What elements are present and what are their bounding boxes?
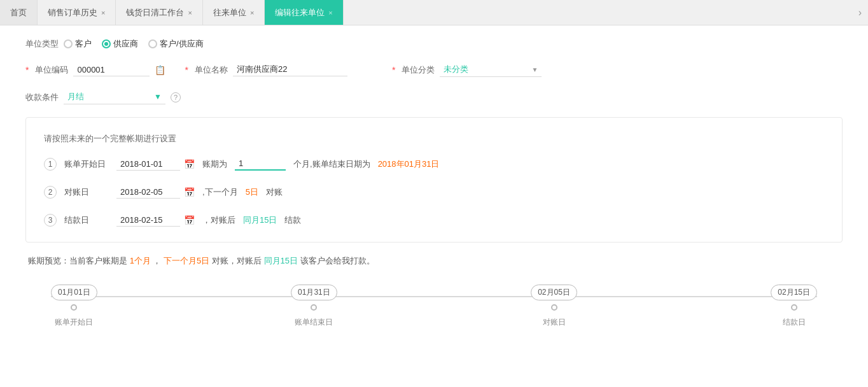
timeline-dot-1 bbox=[311, 304, 317, 311]
period-row-2: 2 对账日 📅 ,下一个月5日 对账 bbox=[44, 186, 824, 199]
unit-code-field: * 单位编码 📋 bbox=[25, 64, 165, 76]
timeline-sublabel-3: 结款日 bbox=[783, 317, 806, 328]
payment-condition-value: 月结 bbox=[67, 91, 151, 102]
unit-category-required: * bbox=[392, 65, 395, 75]
preview-period-months: 1个月 bbox=[130, 256, 151, 265]
radio-supplier-label: 供应商 bbox=[113, 38, 138, 50]
period-label-3: 结款日 bbox=[64, 215, 109, 226]
payment-condition-field: 收款条件 月结 ▼ ? bbox=[25, 90, 181, 104]
unit-name-label: 单位名称 bbox=[195, 64, 228, 76]
help-icon[interactable]: ? bbox=[171, 92, 181, 102]
date-payment-icon[interactable]: 📅 bbox=[184, 215, 195, 225]
tab-sales-order-close[interactable]: × bbox=[101, 9, 105, 17]
period-label-1: 账单开始日 bbox=[64, 158, 109, 170]
date-reconcile-wrap: 📅 bbox=[116, 186, 195, 199]
timeline-point-3: 02月15日 结款日 bbox=[771, 285, 817, 328]
timeline-point-2: 02月05日 对账日 bbox=[531, 285, 577, 328]
period-row-1: 1 账单开始日 📅 账期为 个月,账单结束日期为 2018年01月31日 bbox=[44, 157, 824, 171]
tab-bar: 首页 销售订单历史 × 钱货日清工作台 × 往来单位 × 编辑往来单位 × › bbox=[0, 0, 868, 25]
timeline-sublabel-0: 账单开始日 bbox=[55, 317, 93, 328]
unit-category-field: * 单位分类 未分类 ▼ bbox=[392, 62, 542, 77]
radio-both-circle bbox=[148, 39, 157, 48]
unit-type-field: 单位类型 客户 供应商 客户/供应商 bbox=[25, 38, 204, 50]
unit-info-row: * 单位编码 📋 * 单位名称 * 单位分类 未分类 ▼ bbox=[25, 62, 843, 77]
timeline-badge-2: 02月05日 bbox=[531, 285, 577, 300]
payment-condition-row: 收款条件 月结 ▼ ? bbox=[25, 90, 843, 104]
unit-name-field: * 单位名称 bbox=[185, 64, 347, 76]
tab-partner-label: 往来单位 bbox=[213, 7, 246, 18]
payment-condition-select[interactable]: 月结 ▼ bbox=[64, 90, 165, 104]
timeline-point-0: 01月01日 账单开始日 bbox=[51, 285, 97, 328]
unit-code-required: * bbox=[25, 65, 29, 75]
period-reconcile-suffix: 对账 bbox=[266, 186, 283, 198]
unit-type-label: 单位类型 bbox=[25, 38, 59, 50]
tab-edit-partner-close[interactable]: × bbox=[328, 9, 332, 17]
timeline-badge-0: 01月01日 bbox=[51, 285, 97, 300]
months-input[interactable] bbox=[235, 157, 286, 171]
period-box: 请按照未来的一个完整帐期进行设置 1 账单开始日 📅 账期为 个月,账单结束日期… bbox=[25, 117, 843, 243]
preview-middle2: 对账，对账后 bbox=[212, 256, 262, 265]
tab-partner-close[interactable]: × bbox=[250, 9, 254, 17]
preview-payment-day: 同月15日 bbox=[264, 256, 298, 265]
period-num-1: 1 bbox=[44, 158, 57, 171]
period-reconcile-day: 5日 bbox=[246, 186, 258, 198]
date-payment-input[interactable] bbox=[116, 214, 180, 227]
date-start-input[interactable] bbox=[116, 158, 180, 171]
tab-sales-order-label: 销售订单历史 bbox=[48, 7, 97, 18]
date-reconcile-input[interactable] bbox=[116, 186, 180, 199]
radio-both-label: 客户/供应商 bbox=[160, 38, 204, 50]
radio-customer[interactable]: 客户 bbox=[64, 38, 92, 50]
unit-code-input[interactable] bbox=[73, 64, 150, 76]
tab-cash-work-close[interactable]: × bbox=[188, 9, 192, 17]
tab-sales-order[interactable]: 销售订单历史 × bbox=[38, 0, 116, 25]
tab-partner[interactable]: 往来单位 × bbox=[203, 0, 265, 25]
radio-supplier[interactable]: 供应商 bbox=[102, 38, 138, 50]
period-months-suffix: 个月,账单结束日期为 bbox=[293, 158, 370, 170]
tab-expand-button[interactable]: › bbox=[852, 0, 868, 25]
payment-condition-label: 收款条件 bbox=[25, 92, 59, 103]
preview-prefix: 账期预览：当前客户账期是 bbox=[28, 256, 127, 265]
timeline-wrap: 01月01日 账单开始日 01月31日 账单结束日 02月05日 对账日 02月… bbox=[25, 285, 843, 328]
period-months-prefix: 账期为 bbox=[202, 158, 227, 170]
timeline-dot-3 bbox=[791, 304, 797, 311]
unit-name-required: * bbox=[185, 65, 188, 75]
tab-cash-work-label: 钱货日清工作台 bbox=[126, 7, 184, 18]
tab-cash-work[interactable]: 钱货日清工作台 × bbox=[116, 0, 202, 25]
date-start-icon[interactable]: 📅 bbox=[184, 159, 195, 169]
period-label-2: 对账日 bbox=[64, 186, 109, 198]
preview-middle: ， bbox=[153, 256, 161, 265]
unit-category-value: 未分类 bbox=[444, 64, 529, 75]
unit-category-select[interactable]: 未分类 ▼ bbox=[440, 62, 542, 77]
tab-home[interactable]: 首页 bbox=[0, 0, 38, 25]
date-reconcile-icon[interactable]: 📅 bbox=[184, 187, 195, 197]
date-payment-wrap: 📅 bbox=[116, 214, 195, 227]
timeline-sublabel-1: 账单结束日 bbox=[295, 317, 333, 328]
radio-supplier-circle bbox=[102, 39, 111, 48]
preview-text: 账期预览：当前客户账期是 1个月 ， 下一个月5日 对账，对账后 同月15日 该… bbox=[25, 255, 843, 267]
radio-both[interactable]: 客户/供应商 bbox=[148, 38, 204, 50]
unit-code-icon[interactable]: 📋 bbox=[155, 65, 165, 75]
main-content: 单位类型 客户 供应商 客户/供应商 * 单位编码 bbox=[0, 25, 868, 387]
unit-category-arrow: ▼ bbox=[531, 66, 538, 73]
timeline-dot-0 bbox=[71, 304, 77, 311]
preview-reconcile-day: 下一个月5日 bbox=[164, 256, 209, 265]
period-end-date: 2018年01月31日 bbox=[378, 158, 440, 170]
date-start-wrap: 📅 bbox=[116, 158, 195, 171]
tab-edit-partner[interactable]: 编辑往来单位 × bbox=[265, 0, 343, 25]
timeline-point-1: 01月31日 账单结束日 bbox=[291, 285, 337, 328]
timeline-badge-1: 01月31日 bbox=[291, 285, 337, 300]
period-row-3: 3 结款日 📅 ，对账后 同月15日 结款 bbox=[44, 214, 824, 227]
unit-category-label: 单位分类 bbox=[402, 64, 435, 76]
unit-name-input[interactable] bbox=[233, 64, 347, 76]
radio-group: 客户 供应商 客户/供应商 bbox=[64, 38, 204, 50]
tab-edit-partner-label: 编辑往来单位 bbox=[275, 7, 325, 18]
payment-condition-arrow: ▼ bbox=[154, 92, 162, 101]
period-payment-day: 同月15日 bbox=[243, 215, 277, 226]
unit-type-row: 单位类型 客户 供应商 客户/供应商 bbox=[25, 38, 843, 50]
timeline-badge-3: 02月15日 bbox=[771, 285, 817, 300]
period-reconcile-prefix: ,下一个月 bbox=[202, 186, 238, 198]
period-payment-suffix: 结款 bbox=[284, 215, 301, 226]
radio-customer-circle bbox=[64, 39, 73, 48]
unit-code-label: 单位编码 bbox=[35, 64, 68, 76]
period-title: 请按照未来的一个完整帐期进行设置 bbox=[44, 133, 824, 144]
